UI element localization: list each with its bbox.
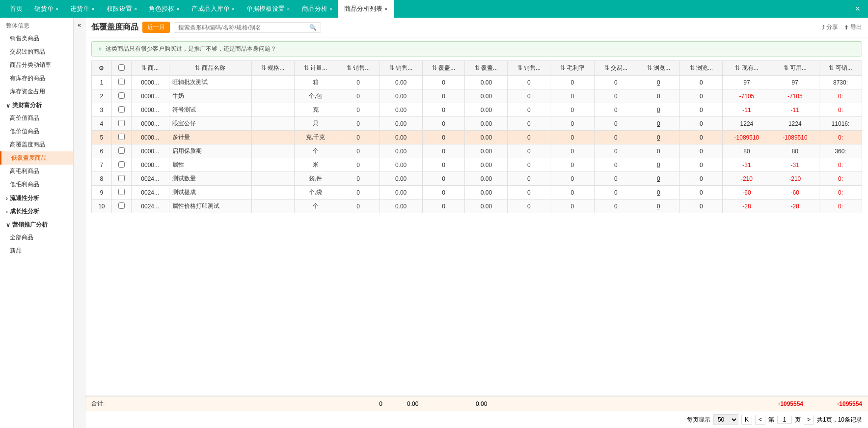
export-icon: ⬆ bbox=[844, 24, 849, 31]
nav-role-auth[interactable]: 角色授权 × bbox=[143, 0, 185, 18]
sidebar: 整体信息 销售类商品 交易过的商品 商品分类动销率 有库存的商品 库存资金占用 … bbox=[0, 18, 74, 428]
col-unit[interactable]: ⇅ 计量... bbox=[294, 61, 337, 76]
nav-close-template-settings[interactable]: × bbox=[287, 6, 290, 12]
select-all-checkbox[interactable] bbox=[118, 64, 125, 71]
page-suffix: 页 bbox=[795, 416, 801, 424]
sidebar-item-all-goods[interactable]: 全部商品 bbox=[0, 231, 73, 244]
sidebar-item-low-value[interactable]: 低价值商品 bbox=[0, 125, 73, 138]
col-available[interactable]: ⇅ 可用... bbox=[771, 61, 819, 76]
col-name[interactable]: ⇅ 商品名称 bbox=[169, 61, 251, 76]
data-table-container[interactable]: ⚙ ⇅ 商... ⇅ 商品名称 ⇅ 规格... ⇅ 计量... ⇅ 销售... … bbox=[91, 60, 862, 396]
data-table: ⚙ ⇅ 商... ⇅ 商品名称 ⇅ 规格... ⇅ 计量... ⇅ 销售... … bbox=[91, 60, 862, 213]
total-current: -1095554 bbox=[754, 400, 803, 407]
col-browse-b[interactable]: ⇅ 浏览... bbox=[680, 61, 723, 76]
page-size-select[interactable]: 10 20 50 100 bbox=[713, 414, 738, 425]
table-row[interactable]: 80024...测试数量袋,件00.0000.0000000-210-2100: bbox=[92, 172, 862, 186]
col-spec[interactable]: ⇅ 规格... bbox=[251, 61, 294, 76]
col-sales-c[interactable]: ⇅ 销售... bbox=[508, 61, 550, 76]
info-icon: ✧ bbox=[98, 46, 103, 53]
col-browse-a[interactable]: ⇅ 浏览... bbox=[637, 61, 680, 76]
nav-close-permissions[interactable]: × bbox=[134, 6, 137, 12]
page-number-input[interactable] bbox=[777, 416, 792, 424]
export-button[interactable]: ⬆ 导出 bbox=[844, 23, 862, 31]
sidebar-item-category-activity[interactable]: 商品分类动销率 bbox=[0, 58, 73, 72]
sidebar-group-wealth[interactable]: ∨ 类财富分析 bbox=[0, 98, 73, 112]
table-row[interactable]: 10000...旺辅批次测试箱00.0000.000000097978730: bbox=[92, 76, 862, 89]
table-row[interactable]: 60000...启用保质期个00.0000.00000008080360: bbox=[92, 144, 862, 158]
total-sales-qty: 0 bbox=[366, 400, 396, 407]
col-sales-amt[interactable]: ⇅ 销售... bbox=[380, 61, 422, 76]
total-label: 合计: bbox=[91, 399, 105, 408]
sidebar-group-marketing[interactable]: ∨ 营销推广分析 bbox=[0, 218, 73, 231]
sidebar-item-new-goods[interactable]: 新品 bbox=[0, 244, 73, 257]
total-row: 合计: 0 0.00 0.00 -1095554 -1095554 bbox=[85, 396, 868, 411]
nav-template-settings[interactable]: 单据模板设置 × bbox=[241, 0, 296, 18]
content-area: 低覆盖度商品 近一月 🔍 ⤴ 分享 ⬆ 导出 ✧ 这类商品只有很少客户购买 bbox=[85, 18, 868, 428]
col-sales-qty[interactable]: ⇅ 销售... bbox=[337, 61, 380, 76]
col-cover-a[interactable]: ⇅ 覆盖... bbox=[422, 61, 465, 76]
table-row[interactable]: 100024...属性价格打印测试个00.0000.0000000-28-280… bbox=[92, 200, 862, 213]
nav-close-product-analysis[interactable]: × bbox=[329, 6, 332, 12]
sidebar-item-high-value[interactable]: 高价值商品 bbox=[0, 112, 73, 125]
sidebar-group-circulation[interactable]: › 流通性分析 bbox=[0, 191, 73, 204]
sidebar-item-high-profit[interactable]: 高毛利商品 bbox=[0, 165, 73, 178]
table-row[interactable]: 50000...多计量克,千克00.0000.0000000-1089510-1… bbox=[92, 131, 862, 144]
content-header: 低覆盖度商品 近一月 🔍 ⤴ 分享 ⬆ 导出 bbox=[85, 18, 868, 37]
share-icon: ⤴ bbox=[822, 24, 825, 31]
pagination: 每页显示 10 20 50 100 K < 第 页 > 共1页，10条记录 bbox=[85, 411, 868, 428]
next-page-button[interactable]: > bbox=[804, 415, 814, 425]
total-sales-amt: 0.00 bbox=[396, 400, 430, 407]
prev-page-button[interactable]: < bbox=[755, 415, 765, 425]
total-cover-b: 0.00 bbox=[464, 400, 499, 407]
nav-sales-order[interactable]: 销货单 × bbox=[28, 0, 64, 18]
nav-close-product-inbound[interactable]: × bbox=[232, 6, 235, 12]
nav-home[interactable]: 首页 bbox=[4, 0, 28, 18]
sidebar-item-high-coverage[interactable]: 高覆盖度商品 bbox=[0, 138, 73, 151]
sidebar-item-stocked-goods[interactable]: 有库存的商品 bbox=[0, 72, 73, 85]
search-box[interactable]: 🔍 bbox=[174, 22, 321, 33]
col-code[interactable]: ⇅ 商... bbox=[131, 61, 169, 76]
table-row[interactable]: 30000...符号测试克00.0000.0000000-11-110: bbox=[92, 103, 862, 117]
sidebar-item-sales-goods[interactable]: 销售类商品 bbox=[0, 32, 73, 45]
table-row[interactable]: 90024...测试提成个,袋00.0000.0000000-60-600: bbox=[92, 186, 862, 200]
col-gross-rate[interactable]: ⇅ 毛利率 bbox=[550, 61, 595, 76]
nav-permissions[interactable]: 权限设置 × bbox=[101, 0, 143, 18]
sidebar-group-growth[interactable]: › 成长性分析 bbox=[0, 204, 73, 218]
info-banner: ✧ 这类商品只有很少客户购买过，是推广不够，还是商品本身问题？ bbox=[91, 41, 862, 57]
nav-product-analysis-list[interactable]: 商品分析列表 × bbox=[338, 0, 393, 18]
time-filter-button[interactable]: 近一月 bbox=[142, 22, 170, 33]
sidebar-item-low-coverage[interactable]: 低覆盖度商品 bbox=[0, 151, 73, 165]
nav-close-product-analysis-list[interactable]: × bbox=[384, 6, 387, 12]
nav-product-inbound[interactable]: 产成品入库单 × bbox=[186, 0, 241, 18]
sidebar-item-traded-goods[interactable]: 交易过的商品 bbox=[0, 45, 73, 58]
nav-purchase-order[interactable]: 进货单 × bbox=[64, 0, 100, 18]
nav-close-purchase-order[interactable]: × bbox=[91, 6, 94, 12]
table-row[interactable]: 40000...眼宝公仔只00.0000.0000000122412241101… bbox=[92, 117, 862, 131]
first-page-button[interactable]: K bbox=[741, 415, 752, 425]
nav-product-analysis[interactable]: 商品分析 × bbox=[296, 0, 338, 18]
table-row[interactable]: 20000...牛奶个,包00.0000.0000000-7105-71050: bbox=[92, 89, 862, 103]
search-icon[interactable]: 🔍 bbox=[309, 24, 317, 31]
col-checkbox[interactable] bbox=[111, 61, 131, 76]
sidebar-header: 整体信息 bbox=[0, 18, 73, 32]
nav-close-role-auth[interactable]: × bbox=[176, 6, 179, 12]
col-setting[interactable]: ⚙ bbox=[92, 61, 112, 76]
top-navigation: 首页 销货单 × 进货单 × 权限设置 × 角色授权 × 产成品入库单 × 单据… bbox=[0, 0, 868, 18]
page-size-label: 每页显示 bbox=[687, 416, 710, 424]
sidebar-collapse-button[interactable]: « bbox=[74, 18, 85, 428]
sidebar-item-low-profit[interactable]: 低毛利商品 bbox=[0, 178, 73, 191]
page-label: 第 bbox=[768, 416, 774, 424]
total-available: -1095554 bbox=[813, 400, 862, 407]
total-pages-info: 共1页，10条记录 bbox=[817, 416, 862, 424]
sidebar-item-stock-capital[interactable]: 库存资金占用 bbox=[0, 85, 73, 98]
col-cover-b[interactable]: ⇅ 覆盖... bbox=[465, 61, 508, 76]
table-row[interactable]: 70000...属性米00.0000.0000000-31-310: bbox=[92, 158, 862, 172]
share-button[interactable]: ⤴ 分享 bbox=[822, 23, 838, 31]
col-trans[interactable]: ⇅ 交易... bbox=[595, 61, 637, 76]
col-current[interactable]: ⇅ 现有... bbox=[723, 61, 771, 76]
search-input[interactable] bbox=[178, 24, 309, 31]
nav-close-sales-order[interactable]: × bbox=[55, 6, 58, 12]
col-saleable[interactable]: ⇅ 可销... bbox=[819, 61, 862, 76]
close-all-button[interactable]: × bbox=[851, 4, 864, 14]
header-actions: ⤴ 分享 ⬆ 导出 bbox=[822, 23, 862, 31]
